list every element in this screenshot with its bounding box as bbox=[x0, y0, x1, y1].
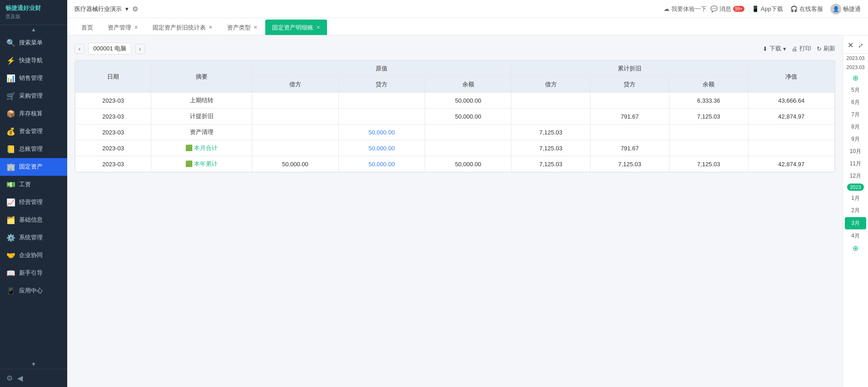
timeline-month-10[interactable]: 10月 bbox=[843, 145, 868, 158]
service-icon: 🎧 bbox=[790, 5, 798, 12]
tab-asset-type[interactable]: 资产类型✕ bbox=[220, 20, 264, 35]
tab-label-asset-mgmt: 资产管理 bbox=[108, 24, 131, 32]
sidebar-icon-ledger: 📒 bbox=[6, 145, 15, 154]
tab-home[interactable]: 首页 bbox=[74, 20, 100, 35]
timeline-month-12[interactable]: 12月 bbox=[843, 170, 868, 182]
settings-icon[interactable]: ⚙ bbox=[6, 374, 13, 382]
sidebar-item-operations[interactable]: 📈经营管理 bbox=[0, 194, 67, 211]
panel-close-btn[interactable]: ✕ bbox=[846, 39, 855, 51]
cell-date: 2023-03 bbox=[75, 140, 151, 156]
tab-label-asset-detail: 固定资产明细账 bbox=[272, 24, 313, 32]
tab-depreciation-table[interactable]: 固定资产折旧统计表✕ bbox=[146, 20, 219, 35]
sidebar-item-fixed-assets[interactable]: 🏢固定资产 bbox=[0, 158, 67, 176]
timeline-arrow-up[interactable]: ⊕ bbox=[851, 72, 860, 84]
sidebar-item-ledger[interactable]: 📒总账管理 bbox=[0, 140, 67, 158]
cell-summary: 计提折旧 bbox=[151, 109, 252, 124]
timeline-month-2[interactable]: 2月 bbox=[843, 204, 868, 217]
cell-orig-credit bbox=[338, 93, 425, 109]
company-dropdown-btn[interactable]: ▾ bbox=[125, 5, 129, 12]
collapse-icon[interactable]: ◀ bbox=[17, 374, 23, 382]
timeline-month-7[interactable]: 7月 bbox=[843, 109, 868, 121]
sidebar-item-guide[interactable]: 📖新手引导 bbox=[0, 264, 67, 282]
sidebar-item-salary[interactable]: 💵工资 bbox=[0, 176, 67, 194]
timeline-header-2: 2023.03 bbox=[843, 63, 868, 72]
sidebar-icon-purchase: 🛒 bbox=[6, 92, 15, 100]
timeline-month-3-selected[interactable]: 3月 bbox=[845, 217, 866, 229]
panel-expand-btn[interactable]: ⤢ bbox=[856, 40, 865, 51]
cell-orig-credit: 50,000.00 bbox=[338, 140, 425, 156]
cell-date: 2023-03 bbox=[75, 124, 151, 140]
message-label: 消息 bbox=[719, 5, 731, 13]
timeline-month-9[interactable]: 9月 bbox=[843, 133, 868, 145]
tab-close-asset-mgmt[interactable]: ✕ bbox=[134, 25, 138, 30]
sidebar-item-finance[interactable]: 💰资金管理 bbox=[0, 123, 67, 140]
app-download-btn[interactable]: 📱 App下载 bbox=[752, 5, 783, 13]
sidebar-icon-enterprise: 🤝 bbox=[6, 251, 15, 260]
sidebar-item-quick-nav[interactable]: ⚡快捷导航 bbox=[0, 52, 67, 69]
content-area: ‹ 000001 电脑 › ⬇ 下载 ▾ 🖨 打印 bbox=[67, 35, 868, 387]
sidebar-icon-quick-nav: ⚡ bbox=[6, 56, 15, 65]
user-area[interactable]: 👤 畅捷通 bbox=[830, 4, 861, 15]
sidebar-label-fixed-assets: 固定资产 bbox=[19, 163, 43, 171]
print-icon: 🖨 bbox=[792, 45, 798, 52]
sidebar-item-purchase[interactable]: 🛒采购管理 bbox=[0, 87, 67, 105]
sidebar-bottom: ⚙ ◀ bbox=[0, 369, 67, 387]
tab-label-depreciation-table: 固定资产折旧统计表 bbox=[153, 24, 206, 32]
download-dropdown-icon: ▾ bbox=[783, 45, 786, 52]
cell-orig-debit bbox=[252, 124, 338, 140]
detail-table: 日期 摘要 原值 累计折旧 净值 借方 贷方 余额 借方 bbox=[75, 60, 835, 172]
sidebar-item-inventory[interactable]: 📦库存核算 bbox=[0, 105, 67, 123]
cell-orig-balance: 50,000.00 bbox=[425, 156, 511, 172]
tab-close-asset-type[interactable]: ✕ bbox=[253, 25, 258, 30]
asset-nav: ‹ 000001 电脑 › bbox=[74, 43, 145, 55]
cell-net-value: 42,874.97 bbox=[748, 156, 834, 172]
main-area: 医疗器械行业演示 ▾ ⚙ ☁ 我要体验一下 💬 消息 99+ 📱 App下载 bbox=[67, 0, 868, 387]
tab-close-depreciation-table[interactable]: ✕ bbox=[208, 25, 213, 30]
sidebar-item-basic-info[interactable]: 🗂️基础信息 bbox=[0, 211, 67, 229]
timeline-arrow-down[interactable]: ⊕ bbox=[851, 242, 860, 254]
settings-btn[interactable]: ⚙ bbox=[132, 5, 138, 13]
sidebar-item-system[interactable]: ⚙️系统管理 bbox=[0, 229, 67, 247]
online-service-btn[interactable]: 🎧 在线客服 bbox=[790, 5, 823, 13]
cell-date: 2023-03 bbox=[75, 156, 151, 172]
cell-dep-balance: 6,333.36 bbox=[669, 93, 748, 109]
avatar: 👤 bbox=[830, 4, 841, 15]
download-icon: 📱 bbox=[752, 5, 759, 12]
tab-close-asset-detail[interactable]: ✕ bbox=[316, 25, 320, 30]
timeline-month-5[interactable]: 5月 bbox=[843, 84, 868, 96]
cell-orig-balance: 50,000.00 bbox=[425, 109, 511, 124]
right-panel-header: ✕ ⤢ bbox=[843, 37, 868, 54]
sidebar-label-sales: 销售管理 bbox=[19, 74, 43, 82]
table-row: 2023-03 🟩 本年累计 50,000.00 50,000.00 50,00… bbox=[75, 156, 835, 172]
sidebar-item-apps[interactable]: 📱应用中心 bbox=[0, 282, 67, 300]
timeline-month-6[interactable]: 6月 bbox=[843, 96, 868, 109]
cell-summary: 上期结转 bbox=[151, 93, 252, 109]
sidebar-item-sales[interactable]: 📊销售管理 bbox=[0, 69, 67, 87]
timeline-month-11[interactable]: 11月 bbox=[843, 158, 868, 170]
timeline-month-4[interactable]: 4月 bbox=[843, 230, 868, 242]
sidebar-scroll-up[interactable]: ▲ bbox=[0, 25, 67, 34]
message-btn[interactable]: 💬 消息 99+ bbox=[710, 5, 744, 13]
col-dep-balance: 余额 bbox=[669, 77, 748, 93]
tab-asset-detail[interactable]: 固定资产明细账✕ bbox=[265, 20, 327, 35]
sidebar-icon-search: 🔍 bbox=[6, 39, 15, 47]
print-btn[interactable]: 🖨 打印 bbox=[792, 45, 811, 53]
col-original-value: 原值 bbox=[252, 61, 511, 77]
tab-asset-mgmt[interactable]: 资产管理✕ bbox=[101, 20, 145, 35]
sidebar-item-search[interactable]: 🔍搜索菜单 bbox=[0, 34, 67, 52]
sidebar-scroll-down[interactable]: ▼ bbox=[0, 360, 67, 369]
next-asset-btn[interactable]: › bbox=[135, 44, 145, 54]
sidebar-label-ledger: 总账管理 bbox=[19, 145, 43, 153]
refresh-btn[interactable]: ↻ 刷新 bbox=[817, 45, 835, 53]
refresh-icon: ↻ bbox=[817, 45, 822, 52]
prev-asset-btn[interactable]: ‹ bbox=[74, 44, 84, 54]
experience-area: ☁ 我要体验一下 bbox=[664, 5, 707, 13]
cell-net-value bbox=[748, 140, 834, 156]
print-label: 打印 bbox=[799, 45, 811, 53]
download-btn[interactable]: ⬇ 下载 ▾ bbox=[763, 45, 786, 53]
cell-orig-debit bbox=[252, 109, 338, 124]
timeline-month-8[interactable]: 8月 bbox=[843, 121, 868, 133]
sidebar-item-enterprise[interactable]: 🤝企业协同 bbox=[0, 247, 67, 264]
timeline-month-1[interactable]: 1月 bbox=[843, 192, 868, 204]
sidebar-icon-finance: 💰 bbox=[6, 127, 15, 136]
